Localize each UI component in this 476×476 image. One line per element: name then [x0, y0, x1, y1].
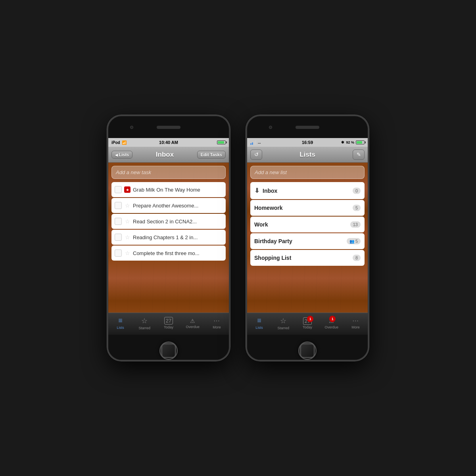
- edit-tasks-button[interactable]: Edit Tasks: [197, 151, 226, 159]
- list-item-label: Homework: [254, 205, 283, 211]
- list-item-left: Birthday Party: [254, 238, 292, 244]
- add-task-input[interactable]: Add a new task: [111, 166, 226, 179]
- task-item[interactable]: ☆ Prepare Another Awesome...: [111, 198, 226, 213]
- starred-icon-right: ☆: [280, 317, 286, 325]
- tab-lists-right[interactable]: ≡ Lists: [247, 317, 271, 330]
- task-label: Prepare Another Awesome...: [133, 203, 198, 209]
- star-icon: ☆: [124, 202, 131, 209]
- overdue-tab-label-right: Overdue: [325, 325, 339, 329]
- today-icon-wrap: 27 1: [303, 317, 312, 324]
- camera-right: [269, 126, 272, 129]
- home-button-inner-right: [300, 344, 315, 358]
- today-badge: 1: [307, 316, 313, 322]
- list-item-birthday[interactable]: Birthday Party 👥 5: [250, 233, 365, 249]
- star-icon: ☆: [124, 218, 131, 225]
- tab-bar-right: ≡ Lists ☆ Starred 27 1 Today ⚠ 1 Overdue…: [247, 313, 368, 335]
- list-item-inbox[interactable]: ⬇ Inbox 0: [250, 182, 365, 199]
- list-item-left: Shopping List: [254, 255, 291, 261]
- status-right-right: ✱ 92 %: [341, 140, 365, 144]
- lists-tab-label: Lists: [117, 326, 124, 330]
- more-tab-label-right: More: [351, 325, 360, 329]
- more-tab-label: More: [213, 325, 221, 329]
- home-button[interactable]: [159, 342, 178, 360]
- task-label: Reading Chapters 1 & 2 in...: [133, 234, 198, 240]
- tab-today[interactable]: 27 Today: [157, 317, 181, 329]
- task-label: Grab Milk On The Way Home: [133, 187, 200, 193]
- task-checkbox[interactable]: [115, 218, 122, 225]
- list-items: ⬇ Inbox 0 Homework 5 Work: [250, 182, 365, 266]
- task-list: ★ Grab Milk On The Way Home ☆ Prepare An…: [111, 182, 226, 261]
- list-item-left: Work: [254, 221, 268, 228]
- tab-today-right[interactable]: 27 1 Today: [296, 317, 320, 329]
- camera: [130, 126, 133, 129]
- tab-overdue[interactable]: ⚠ Overdue: [180, 318, 205, 329]
- list-badge-homework: 5: [353, 205, 361, 211]
- task-checkbox[interactable]: [115, 234, 122, 241]
- wood-background: Add a new task ★ Grab Milk On The Way Ho…: [108, 166, 229, 313]
- list-badge-work: 13: [350, 221, 361, 228]
- task-item[interactable]: ☆ Read Section 2 in CCNA2...: [111, 214, 226, 229]
- star-icon: ☆: [124, 234, 131, 240]
- overdue-icon-wrap: ⚠ 1: [329, 317, 334, 324]
- refresh-button[interactable]: ↺: [250, 150, 262, 160]
- speaker: [157, 126, 180, 129]
- battery-icon: [217, 140, 226, 144]
- tab-lists[interactable]: ≡ Lists: [108, 317, 132, 330]
- right-screen: ... 16:59 ✱ 92 % ↺ Lists ✎ Add a new lis…: [247, 138, 368, 313]
- star-icon: ☆: [124, 250, 131, 256]
- status-bar-right: ... 16:59 ✱ 92 %: [247, 138, 368, 147]
- back-button[interactable]: Lists: [111, 151, 132, 159]
- task-checkbox[interactable]: [115, 250, 122, 257]
- add-list-input[interactable]: Add a new list: [250, 166, 365, 179]
- today-icon: 27: [164, 317, 173, 324]
- status-left-right: ...: [250, 140, 261, 145]
- right-phone: ... 16:59 ✱ 92 % ↺ Lists ✎ Add a new lis…: [246, 115, 369, 361]
- time-label-right: 16:59: [302, 140, 313, 145]
- today-tab-label: Today: [164, 325, 173, 329]
- overdue-tab-label: Overdue: [186, 325, 200, 329]
- tab-more-right[interactable]: ··· More: [344, 317, 368, 329]
- starred-tab-label: Starred: [138, 326, 150, 330]
- phone-bottom-bezel-right: [247, 335, 368, 361]
- tab-starred[interactable]: ☆ Starred: [132, 317, 157, 330]
- tab-overdue-right[interactable]: ⚠ 1 Overdue: [319, 317, 344, 329]
- battery-icon-right: [356, 140, 365, 144]
- starred-icon: ☆: [141, 317, 148, 325]
- left-phone: iPod 📶 10:40 AM Lists Inbox Edit Tasks A…: [107, 115, 230, 361]
- list-item-label: Birthday Party: [254, 238, 292, 244]
- edit-button[interactable]: ✎: [353, 150, 365, 160]
- overdue-badge: 1: [329, 316, 336, 322]
- status-right: [217, 140, 226, 144]
- list-item-left: Homework: [254, 205, 283, 211]
- more-icon-right: ···: [352, 317, 359, 324]
- nav-title: Inbox: [156, 151, 174, 159]
- task-checkbox[interactable]: [115, 186, 122, 193]
- list-item-shopping[interactable]: Shopping List 8: [250, 250, 365, 266]
- today-tab-label-right: Today: [303, 325, 312, 329]
- task-checkbox[interactable]: [115, 202, 122, 209]
- overdue-icon: ⚠: [190, 318, 195, 324]
- task-item[interactable]: ★ Grab Milk On The Way Home: [111, 182, 226, 197]
- list-item-left: ⬇ Inbox: [254, 187, 277, 194]
- nav-title-right: Lists: [299, 151, 315, 159]
- phone-bottom-bezel: [108, 335, 229, 361]
- list-item-label: Work: [254, 221, 268, 228]
- bluetooth-icon: ✱: [341, 140, 344, 144]
- carrier-label: iPod: [111, 140, 120, 145]
- list-item-homework[interactable]: Homework 5: [250, 200, 365, 216]
- home-button-right[interactable]: [298, 342, 317, 360]
- battery-pct-label: 92 %: [346, 140, 354, 144]
- list-item-work[interactable]: Work 13: [250, 217, 365, 232]
- list-badge-shopping: 8: [353, 255, 361, 261]
- more-icon: ···: [213, 317, 220, 324]
- starred-tab-label-right: Starred: [277, 326, 289, 330]
- task-item[interactable]: ☆ Complete the first three mo...: [111, 246, 226, 261]
- lists-icon-right: ≡: [257, 317, 261, 325]
- tab-starred-right[interactable]: ☆ Starred: [271, 317, 296, 330]
- wood-background-right: Add a new list ⬇ Inbox 0 Homework 5: [247, 166, 368, 313]
- tab-more[interactable]: ··· More: [205, 317, 229, 329]
- task-item[interactable]: ☆ Reading Chapters 1 & 2 in...: [111, 230, 226, 245]
- phone-top-bezel: [108, 116, 229, 138]
- lists-tab-label-right: Lists: [255, 326, 263, 330]
- shared-icon: 👥: [349, 239, 354, 244]
